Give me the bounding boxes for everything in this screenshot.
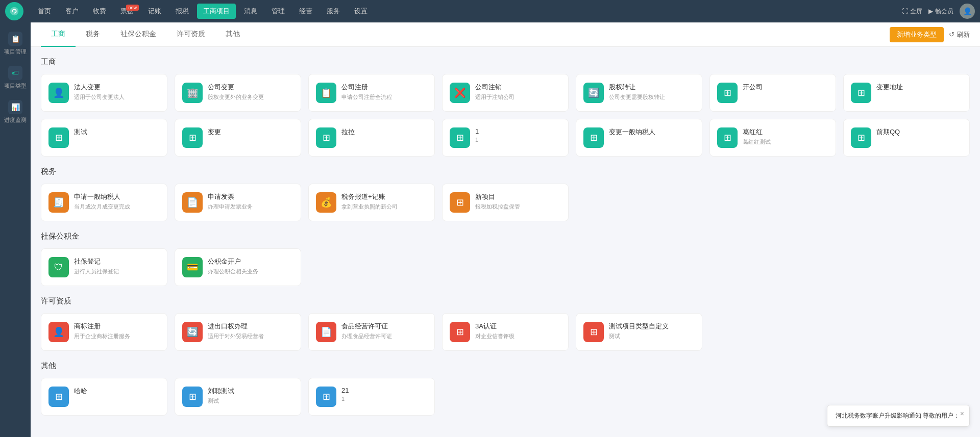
gongshang-grid: 👤 法人变更 适用于公司变更法人 🏢 公司变更 股权变更外的业务变更 📋 <box>41 74 970 157</box>
card-new-project[interactable]: ⊞ 新项目 报税加税控盘保管 <box>442 184 569 221</box>
nav-items: 首页 客户 收费 票据 new 记账 报税 工商项目 消息 管理 经营 服务 设… <box>32 4 902 19</box>
card-icon-liucong: ⊞ <box>182 387 203 407</box>
nav-fee[interactable]: 收费 <box>87 4 112 19</box>
tab-shuiwu[interactable]: 税务 <box>76 22 110 47</box>
card-lala[interactable]: ⊞ 拉拉 <box>308 119 435 157</box>
card-desc-shebao: 进行人员社保登记 <box>74 268 160 275</box>
card-title-lala: 拉拉 <box>341 127 427 137</box>
sidebar-item-progress[interactable]: 📊 进度监测 <box>2 96 29 128</box>
card-icon-kai: ⊞ <box>717 83 738 103</box>
card-shangbiao-zhuce[interactable]: 👤 商标注册 用于企业商标注册服务 <box>41 313 167 351</box>
card-biangeng-dizhi[interactable]: ⊞ 变更地址 <box>843 74 970 112</box>
card-ceshi[interactable]: ⊞ 测试 <box>41 119 167 157</box>
card-title-ceshi-lb: 测试项目类型自定义 <box>609 322 695 331</box>
card-desc-shipin: 办理食品经营许可证 <box>341 332 427 340</box>
card-gongjijin-kaihu[interactable]: 💳 公积金开户 办理公积金相关业务 <box>175 248 301 286</box>
card-title-gehonghong: 葛红红 <box>743 127 828 137</box>
nav-business[interactable]: 工商项目 <box>197 4 236 19</box>
avatar[interactable]: 👤 <box>960 4 975 19</box>
card-title-gongsi-bg: 公司变更 <box>208 83 293 92</box>
nav-home[interactable]: 首页 <box>32 4 57 19</box>
card-biangeng-nashui[interactable]: ⊞ 变更一般纳税人 <box>576 119 702 157</box>
card-gehonghong[interactable]: ⊞ 葛红红 葛红红测试 <box>709 119 836 157</box>
card-desc-jinchukouquan: 适用于对外贸易经营者 <box>208 332 293 340</box>
card-jinchukouquan[interactable]: 🔄 进出口权办理 适用于对外贸易经营者 <box>175 313 301 351</box>
card-desc-fapiao: 办理申请发票业务 <box>208 203 293 211</box>
refresh-icon: ↺ <box>949 31 954 38</box>
card-haha[interactable]: ⊞ 哈哈 <box>41 378 167 416</box>
sidebar: 📋 项目管理 🏷 项目类型 📊 进度监测 <box>0 22 31 437</box>
content-area: 工商 税务 社保公积金 许可资质 其他 新增业务类型 ↺ 刷新 工商 � <box>31 22 980 437</box>
card-gongsi-zhuce[interactable]: 📋 公司注册 申请公司注册全流程 <box>308 74 435 112</box>
member-btn[interactable]: ▶ 畅会员 <box>928 7 953 16</box>
card-icon-gongsi-zx: ❌ <box>450 83 470 103</box>
card-shenqing-fapiao[interactable]: 📄 申请发票 办理申请发票业务 <box>175 184 301 221</box>
section-title-xuke: 许可资质 <box>41 296 970 306</box>
card-faren-biangeng[interactable]: 👤 法人变更 适用于公司变更法人 <box>41 74 167 112</box>
notification-text: 河北税务数字账户升级影响通知 尊敬的用户： <box>836 412 960 420</box>
card-icon-gongjijin: 💳 <box>182 257 203 277</box>
project-type-icon: 🏷 <box>8 66 22 80</box>
nav-service[interactable]: 服务 <box>321 4 346 19</box>
tab-bar: 工商 税务 社保公积金 许可资质 其他 新增业务类型 ↺ 刷新 <box>31 22 980 47</box>
card-ceshi-leibie[interactable]: ⊞ 测试项目类型自定义 测试 <box>576 313 702 351</box>
card-title-kai: 开公司 <box>743 83 828 92</box>
card-desc-ceshi-lb: 测试 <box>609 332 695 340</box>
card-icon-new-project: ⊞ <box>450 192 470 213</box>
sidebar-item-project-type[interactable]: 🏷 项目类型 <box>2 62 29 94</box>
card-one[interactable]: ⊞ 1 1 <box>442 119 569 157</box>
card-icon-one: ⊞ <box>450 127 470 148</box>
card-gongsi-zhuxiao[interactable]: ❌ 公司注销 适用于注销公司 <box>442 74 569 112</box>
card-shipin-xuke[interactable]: 📄 食品经营许可证 办理食品经营许可证 <box>308 313 435 351</box>
card-icon-shipin: 📄 <box>316 322 336 342</box>
nav-ticket[interactable]: 票据 new <box>114 4 140 19</box>
logo[interactable] <box>5 2 23 20</box>
nav-manage[interactable]: 管理 <box>265 4 291 19</box>
nav-right: ⛶ 全屏 ▶ 畅会员 👤 <box>902 4 975 19</box>
card-twentyone[interactable]: ⊞ 21 1 <box>308 378 435 416</box>
shuiwu-grid: 🧾 申请一般纳税人 当月或次月成变更完成 📄 申请发票 办理申请发票业务 💰 <box>41 184 970 221</box>
nav-bookkeeping[interactable]: 记账 <box>142 4 167 19</box>
card-desc-gehonghong: 葛红红测试 <box>743 138 828 146</box>
card-title-jinchukouquan: 进出口权办理 <box>208 322 293 331</box>
new-type-button[interactable]: 新增业务类型 <box>890 27 944 42</box>
tab-actions: 新增业务类型 ↺ 刷新 <box>890 27 970 42</box>
tab-shebao[interactable]: 社保公积金 <box>110 22 166 47</box>
sidebar-item-project-manage[interactable]: 📋 项目管理 <box>2 28 29 60</box>
card-guquan-zhuanrang[interactable]: 🔄 股权转让 公司变更需要股权转让 <box>576 74 702 112</box>
top-nav: 首页 客户 收费 票据 new 记账 报税 工商项目 消息 管理 经营 服务 设… <box>0 0 980 22</box>
card-icon-gongsi-bg: 🏢 <box>182 83 203 103</box>
card-gongsi-biangeng[interactable]: 🏢 公司变更 股权变更外的业务变更 <box>175 74 301 112</box>
card-desc-baodao: 拿到营业执照的新公司 <box>341 203 427 211</box>
nav-message[interactable]: 消息 <box>238 4 263 19</box>
card-shenqing-nashui[interactable]: 🧾 申请一般纳税人 当月或次月成变更完成 <box>41 184 167 221</box>
card-title-shangbiao: 商标注册 <box>74 322 160 331</box>
tab-qita[interactable]: 其他 <box>215 22 250 47</box>
card-shebao-dengji[interactable]: 🛡 社保登记 进行人员社保登记 <box>41 248 167 286</box>
fullscreen-icon: ⛶ <box>902 8 908 15</box>
card-icon-jinchukouquan: 🔄 <box>182 322 203 342</box>
section-title-shebao: 社保公积金 <box>41 232 970 241</box>
tab-xuke[interactable]: 许可资质 <box>166 22 215 47</box>
refresh-button[interactable]: ↺ 刷新 <box>949 30 970 39</box>
progress-icon: 📊 <box>8 100 22 114</box>
card-title-haha: 哈哈 <box>74 387 160 396</box>
card-qianqi-qq[interactable]: ⊞ 前期QQ <box>843 119 970 157</box>
card-desc-3a: 对企业信誉评级 <box>475 332 561 340</box>
card-desc-shangbiao: 用于企业商标注册服务 <box>74 332 160 340</box>
card-3a-renzheng[interactable]: ⊞ 3A认证 对企业信誉评级 <box>442 313 569 351</box>
nav-client[interactable]: 客户 <box>59 4 85 19</box>
fullscreen-btn[interactable]: ⛶ 全屏 <box>902 7 922 16</box>
card-desc-gongsi-bg: 股权变更外的业务变更 <box>208 93 293 101</box>
nav-operation[interactable]: 经营 <box>293 4 318 19</box>
tab-gongshang[interactable]: 工商 <box>41 22 76 47</box>
notification-close-btn[interactable]: × <box>960 409 964 418</box>
nav-settings[interactable]: 设置 <box>348 4 374 19</box>
card-title-shebao: 社保登记 <box>74 257 160 266</box>
nav-tax[interactable]: 报税 <box>169 4 195 19</box>
card-biangeng2[interactable]: ⊞ 变更 <box>175 119 301 157</box>
card-kai-gongsi[interactable]: ⊞ 开公司 <box>709 74 836 112</box>
card-shuiwu-baodao[interactable]: 💰 税务报道+记账 拿到营业执照的新公司 <box>308 184 435 221</box>
card-liucong-ceshi[interactable]: ⊞ 刘聪测试 测试 <box>175 378 301 416</box>
card-desc-shenqing-nashui: 当月或次月成变更完成 <box>74 203 160 211</box>
